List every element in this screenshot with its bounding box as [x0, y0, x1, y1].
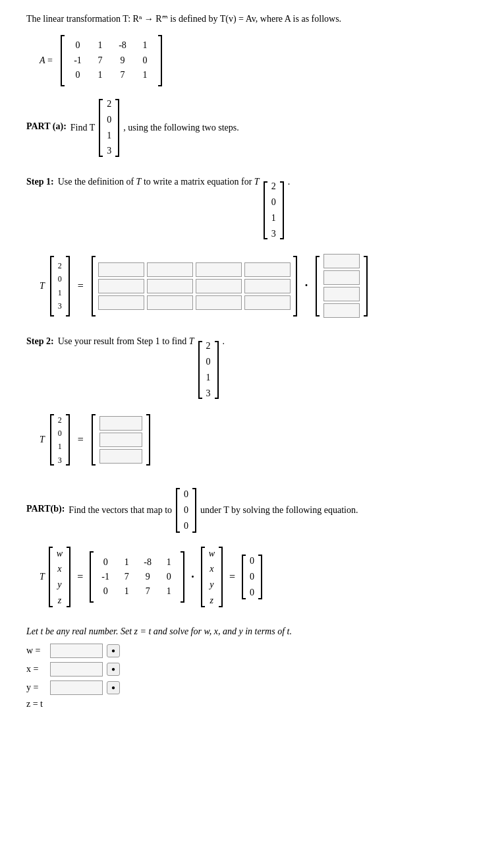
- step1-m20[interactable]: [98, 295, 144, 310]
- step1-m02[interactable]: [196, 262, 242, 277]
- matrix-a-display: 0 1 -8 1 -1 7 9 0 0 1 7 1: [61, 35, 162, 86]
- x-label: x =: [26, 664, 46, 675]
- step1-lhs-vector: 2 0 1 3: [50, 256, 70, 316]
- x-icon[interactable]: ●: [107, 663, 120, 676]
- y-input[interactable]: [50, 680, 103, 695]
- part-a-vector: 2 0 1 3: [99, 94, 119, 161]
- step2-t-label: T: [40, 435, 45, 445]
- part-b-suffix: under T by solving the following equatio…: [200, 505, 358, 516]
- step1-m12[interactable]: [196, 279, 242, 293]
- step1-m03[interactable]: [244, 262, 291, 277]
- step1-m10[interactable]: [98, 279, 144, 293]
- part-b-zero-vector-eq: 0 0 0: [242, 551, 262, 602]
- step1-cv2[interactable]: [323, 287, 360, 301]
- step2-r1[interactable]: [99, 433, 142, 447]
- step2-lhs-vector: 2 0 1 3: [50, 411, 70, 469]
- step2-vector: 2 0 1 3: [198, 336, 219, 403]
- step1-input-col-vector: [316, 251, 368, 320]
- x-input[interactable]: [50, 662, 103, 677]
- step1-m01[interactable]: [147, 262, 193, 277]
- matrix-a-label: A =: [40, 55, 53, 66]
- part-b-equation: T w x y z = 0 1 -8 1: [40, 544, 478, 611]
- step1-m22[interactable]: [196, 295, 242, 310]
- y-icon[interactable]: ●: [107, 681, 120, 694]
- step1-m00[interactable]: [98, 262, 144, 277]
- step2-section: Step 2: Use your result from Step 1 to f…: [26, 336, 478, 469]
- part-b-zero-vector: 0 0 0: [176, 485, 196, 535]
- step1-cv1[interactable]: [323, 270, 360, 285]
- step1-input-matrix: [92, 256, 297, 316]
- step1-section: Step 1: Use the definition of T to write…: [26, 177, 478, 320]
- part-b-t-label: T: [40, 572, 45, 582]
- step1-m11[interactable]: [147, 279, 193, 293]
- solve-section: Let t be any real number. Set z = t and …: [26, 626, 478, 709]
- step1-t-label: T: [40, 281, 45, 291]
- step2-text: Use your result from Step 1 to find T: [58, 336, 194, 347]
- x-row: x = ●: [26, 662, 478, 677]
- part-b-section: PART(b): Find the vectors that map to 0 …: [26, 485, 478, 611]
- step2-equation: T 2 0 1 3 =: [40, 411, 478, 469]
- part-b-var-vector-lhs: w x y z: [49, 544, 70, 611]
- part-b-label: PART(b):: [26, 504, 65, 514]
- step1-cv0[interactable]: [323, 254, 360, 268]
- step1-m13[interactable]: [244, 279, 291, 293]
- part-b-matrix-a: 0 1 -8 1 -1 7 9 0 0 1 7 1: [90, 551, 184, 603]
- step1-cv3[interactable]: [323, 303, 360, 318]
- step2-r0[interactable]: [99, 416, 142, 431]
- y-row: y = ●: [26, 680, 478, 695]
- step1-m23[interactable]: [244, 295, 291, 310]
- part-b-var-vector-rhs: w x y z: [201, 544, 223, 611]
- w-input[interactable]: [50, 644, 103, 658]
- w-row: w = ●: [26, 644, 478, 658]
- part-b-text: Find the vectors that map to: [69, 505, 172, 516]
- y-label: y =: [26, 682, 46, 693]
- part-a-suffix: , using the following two steps.: [123, 123, 238, 133]
- matrix-a-section: A = 0 1 -8 1 -1 7 9 0 0 1 7 1: [40, 35, 478, 86]
- part-a-text: Find T: [70, 123, 95, 133]
- w-label: w =: [26, 646, 46, 656]
- step1-m21[interactable]: [147, 295, 193, 310]
- step2-result-vector: [92, 413, 150, 466]
- step1-vector: 2 0 1 3: [264, 177, 284, 243]
- part-a-section: PART (a): Find T 2 0 1 3 , using the fol…: [26, 94, 478, 161]
- solve-text: Let t be any real number. Set z = t and …: [26, 626, 478, 637]
- z-row: z = t: [26, 699, 478, 709]
- step2-r2[interactable]: [99, 449, 142, 464]
- step1-equation: T 2 0 1 3 =: [40, 251, 478, 320]
- w-icon[interactable]: ●: [107, 644, 120, 657]
- step2-label: Step 2:: [26, 336, 54, 347]
- intro-text: The linear transformation T: Rⁿ → Rᵐ is …: [26, 13, 478, 24]
- part-a-label: PART (a):: [26, 121, 67, 132]
- z-label: z = t: [26, 699, 46, 709]
- step1-label: Step 1:: [26, 177, 54, 187]
- step1-text: Use the definition of T to write a matri…: [58, 177, 260, 187]
